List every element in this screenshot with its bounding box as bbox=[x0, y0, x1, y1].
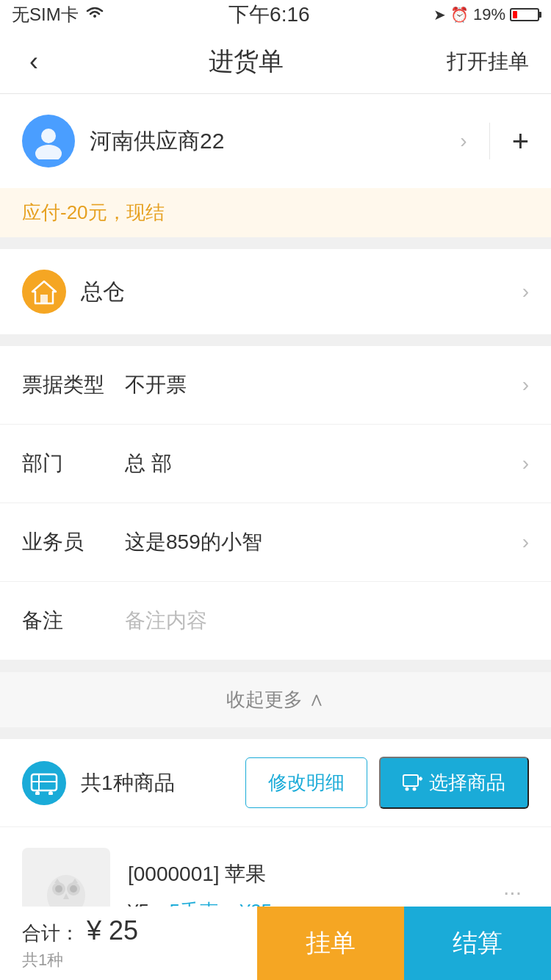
total-amount: ¥ 25 bbox=[87, 915, 138, 946]
alarm-icon: ⏰ bbox=[450, 6, 469, 24]
status-left: 无SIM卡 bbox=[12, 3, 105, 26]
product-title: 苹果 bbox=[225, 862, 266, 885]
invoice-type-row[interactable]: 票据类型 不开票 › bbox=[0, 346, 551, 425]
invoice-type-value: 不开票 bbox=[125, 371, 522, 399]
checkout-button[interactable]: 结算 bbox=[404, 907, 551, 980]
svg-point-0 bbox=[41, 129, 56, 143]
supplier-section: 河南供应商22 › + 应付-20元，现结 bbox=[0, 94, 551, 237]
svg-point-7 bbox=[35, 791, 40, 795]
supplier-name: 河南供应商22 bbox=[90, 126, 460, 156]
product-name: [0000001] 苹果 bbox=[128, 860, 478, 888]
remark-label: 备注 bbox=[22, 607, 125, 635]
warehouse-section[interactable]: 总仓 › bbox=[0, 249, 551, 334]
remark-row[interactable]: 备注 备注内容 bbox=[0, 582, 551, 660]
chevron-right-icon: › bbox=[522, 530, 529, 554]
status-time: 下午6:16 bbox=[228, 1, 310, 29]
supplier-right: › + bbox=[460, 123, 529, 159]
total-sub: 共1种 bbox=[22, 949, 235, 971]
chevron-right-icon: › bbox=[460, 129, 467, 153]
select-product-label: 选择商品 bbox=[429, 770, 505, 796]
status-bar: 无SIM卡 下午6:16 ➤ ⏰ 19% bbox=[0, 0, 551, 29]
chevron-right-icon: › bbox=[522, 280, 529, 303]
hang-button[interactable]: 挂单 bbox=[257, 907, 404, 980]
warehouse-icon bbox=[22, 270, 66, 314]
carrier-label: 无SIM卡 bbox=[12, 3, 79, 26]
form-section: 票据类型 不开票 › 部门 总 部 › 业务员 这是859的小智 › 备注 备注… bbox=[0, 346, 551, 660]
warehouse-name: 总仓 bbox=[81, 277, 522, 307]
chevron-right-icon: › bbox=[522, 452, 529, 475]
wifi-icon bbox=[84, 4, 105, 25]
nav-bar: ‹ 进货单 打开挂单 bbox=[0, 29, 551, 94]
divider bbox=[489, 123, 490, 159]
sales-person-label: 业务员 bbox=[22, 528, 125, 556]
footer-total: 合计： ¥ 25 共1种 bbox=[0, 915, 257, 971]
cart-icon bbox=[30, 771, 58, 795]
home-icon bbox=[31, 278, 57, 305]
collapse-label: 收起更多 ∧ bbox=[226, 688, 324, 710]
remark-placeholder: 备注内容 bbox=[125, 607, 529, 635]
product-header: 共1种商品 修改明细 选择商品 bbox=[0, 739, 551, 827]
add-button[interactable]: + bbox=[512, 125, 529, 158]
more-options-button[interactable]: ··· bbox=[496, 872, 529, 912]
page-title: 进货单 bbox=[209, 45, 284, 79]
sales-person-row[interactable]: 业务员 这是859的小智 › bbox=[0, 503, 551, 582]
invoice-type-label: 票据类型 bbox=[22, 371, 125, 399]
open-hang-button[interactable]: 打开挂单 bbox=[447, 48, 529, 76]
svg-point-1 bbox=[35, 145, 62, 159]
product-count-icon bbox=[22, 761, 66, 805]
battery-percent: 19% bbox=[473, 5, 505, 24]
battery-icon bbox=[510, 8, 539, 21]
svg-rect-3 bbox=[40, 295, 48, 303]
supplier-row[interactable]: 河南供应商22 › + bbox=[0, 94, 551, 188]
svg-point-17 bbox=[55, 885, 62, 893]
svg-point-18 bbox=[70, 885, 77, 893]
chevron-right-icon: › bbox=[522, 373, 529, 397]
sales-person-value: 这是859的小智 bbox=[125, 528, 522, 556]
product-id: [0000001] bbox=[128, 862, 225, 885]
collapse-row[interactable]: 收起更多 ∧ bbox=[0, 672, 551, 727]
total-label: 合计： bbox=[22, 920, 79, 946]
location-icon: ➤ bbox=[433, 6, 446, 24]
department-row[interactable]: 部门 总 部 › bbox=[0, 425, 551, 503]
credit-notice: 应付-20元，现结 bbox=[0, 188, 551, 237]
department-value: 总 部 bbox=[125, 450, 522, 478]
back-button[interactable]: ‹ bbox=[22, 39, 46, 84]
total-row: 合计： ¥ 25 bbox=[22, 915, 235, 946]
select-product-button[interactable]: 选择商品 bbox=[379, 757, 529, 809]
svg-point-12 bbox=[406, 787, 409, 790]
supplier-avatar bbox=[22, 115, 75, 167]
cart-add-icon bbox=[403, 773, 423, 793]
svg-point-8 bbox=[48, 791, 53, 795]
status-right: ➤ ⏰ 19% bbox=[433, 5, 539, 24]
department-label: 部门 bbox=[22, 450, 125, 478]
edit-detail-button[interactable]: 修改明细 bbox=[245, 757, 367, 808]
svg-point-13 bbox=[413, 787, 417, 790]
svg-rect-9 bbox=[403, 775, 418, 786]
person-icon bbox=[30, 123, 67, 159]
footer: 合计： ¥ 25 共1种 挂单 结算 bbox=[0, 907, 551, 980]
product-count-label: 共1种商品 bbox=[81, 769, 245, 797]
